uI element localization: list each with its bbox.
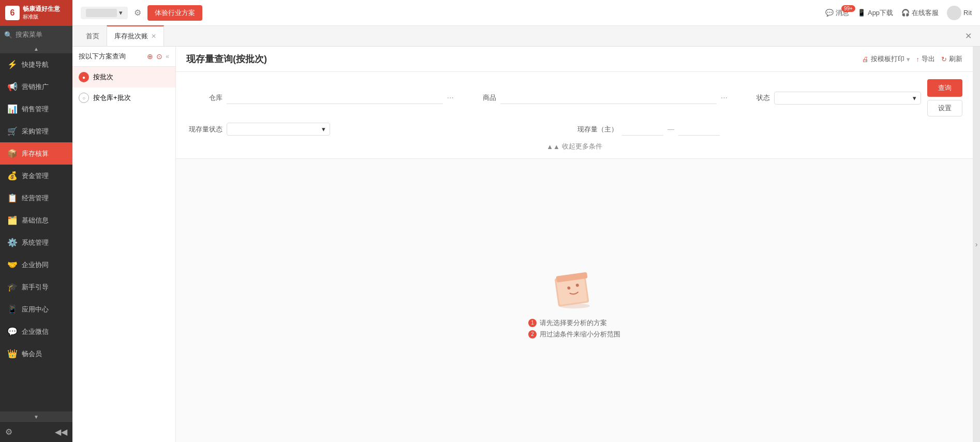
topbar-selector[interactable]: ▾ bbox=[81, 7, 128, 19]
message-button[interactable]: 💬 消息 99+ bbox=[825, 8, 849, 18]
collapse-panel-icon[interactable]: « bbox=[166, 53, 169, 60]
sidebar-search[interactable]: 🔍 搜索菜单 bbox=[0, 26, 72, 43]
empty-tips: 1 请先选择要分析的方案 2 用过滤条件来缩小分析范围 bbox=[528, 318, 620, 341]
print-dropdown-icon[interactable]: ▾ bbox=[907, 55, 910, 63]
goods-label: 商品 bbox=[460, 93, 496, 102]
query-button[interactable]: 查询 bbox=[927, 79, 962, 97]
online-service-button[interactable]: 🎧 在线客服 bbox=[901, 8, 939, 18]
sidebar-item-label: 库存核算 bbox=[22, 149, 49, 158]
goods-more-icon[interactable]: ··· bbox=[721, 93, 727, 102]
headset-icon: 🎧 bbox=[901, 9, 910, 17]
sidebar-item-sales[interactable]: 📊 销售管理 bbox=[0, 98, 72, 120]
sidebar-item-label: 基础信息 bbox=[22, 216, 49, 225]
sales-icon: 📊 bbox=[7, 104, 18, 114]
sidebar-item-marketing[interactable]: 📢 营销推广 bbox=[0, 76, 72, 98]
refresh-icon: ↻ bbox=[941, 55, 947, 63]
settings-button[interactable]: 设置 bbox=[927, 100, 962, 116]
collapse-filters-button[interactable]: ▲▲ 收起更多条件 bbox=[186, 142, 962, 151]
right-sidebar-toggle[interactable]: › bbox=[973, 47, 980, 442]
collapse-up-icon: ▲▲ bbox=[546, 143, 560, 151]
add-scheme-button[interactable]: ⊕ bbox=[147, 52, 153, 61]
empty-state: 1 请先选择要分析的方案 2 用过滤条件来缩小分析范围 bbox=[528, 260, 620, 341]
sidebar-item-label: 经营管理 bbox=[22, 194, 49, 203]
sidebar-item-label: 采购管理 bbox=[22, 127, 49, 136]
stock-status-chevron-icon: ▾ bbox=[322, 125, 325, 133]
phone-icon: 📱 bbox=[857, 9, 866, 17]
sidebar-item-newbie[interactable]: 🎓 新手引导 bbox=[0, 276, 72, 298]
newbie-icon: 🎓 bbox=[7, 282, 18, 292]
empty-icon bbox=[548, 260, 600, 312]
sidebar-item-apps[interactable]: 📱 应用中心 bbox=[0, 298, 72, 320]
right-panel: 现存量查询(按批次) 🖨 按模板打印 ▾ ↑ 导出 ↻ 刷新 bbox=[176, 47, 973, 442]
sidebar-item-member[interactable]: 👑 畅会员 bbox=[0, 343, 72, 365]
scheme-item-by-batch[interactable]: ● 按批次 bbox=[72, 67, 175, 87]
sidebar-item-label: 快捷导航 bbox=[22, 60, 49, 69]
tab-batch-account-label: 库存批次账 bbox=[114, 32, 148, 41]
export-button[interactable]: ↑ 导出 bbox=[916, 54, 936, 64]
topbar-left: ▾ ⚙ 体验行业方案 bbox=[81, 5, 202, 21]
filter-area: 仓库 ··· 商品 ··· 状态 ▾ bbox=[176, 72, 973, 159]
sidebar-item-label: 企业微信 bbox=[22, 327, 49, 336]
scheme-settings-icon[interactable]: ⊙ bbox=[156, 52, 162, 61]
warehouse-input[interactable] bbox=[227, 92, 443, 104]
try-industry-button[interactable]: 体验行业方案 bbox=[147, 5, 202, 21]
status-select[interactable]: ▾ bbox=[774, 92, 921, 105]
sidebar-item-label: 企业协同 bbox=[22, 260, 49, 270]
collapse-sidebar-icon[interactable]: ◀◀ bbox=[55, 427, 67, 437]
tab-close-icon[interactable]: ✕ bbox=[151, 33, 156, 40]
user-menu[interactable]: Rit bbox=[947, 6, 972, 20]
topbar-right: 💬 消息 99+ 📱 App下载 🎧 在线客服 Rit bbox=[825, 6, 972, 20]
sidebar-item-label: 畅会员 bbox=[22, 349, 42, 359]
sidebar-item-purchase[interactable]: 🛒 采购管理 bbox=[0, 120, 72, 142]
checkmark-icon: ● bbox=[82, 75, 85, 80]
tab-close-right-button[interactable]: ✕ bbox=[963, 29, 974, 43]
stock-amount-min[interactable] bbox=[622, 123, 663, 136]
sidebar-item-inventory[interactable]: 📦 库存核算 bbox=[0, 142, 72, 165]
main-area: ▾ ⚙ 体验行业方案 💬 消息 99+ 📱 App下载 🎧 在线客服 Rit bbox=[72, 0, 980, 442]
sidebar-item-operation[interactable]: 📋 经营管理 bbox=[0, 187, 72, 209]
sidebar-item-quick-nav[interactable]: ⚡ 快捷导航 bbox=[0, 53, 72, 76]
data-area: 1 请先选择要分析的方案 2 用过滤条件来缩小分析范围 bbox=[176, 159, 973, 442]
page-header: 现存量查询(按批次) 🖨 按模板打印 ▾ ↑ 导出 ↻ 刷新 bbox=[176, 47, 973, 72]
scroll-down-btn[interactable]: ▼ bbox=[0, 411, 72, 421]
selector-text bbox=[86, 9, 117, 17]
sidebar-item-corp[interactable]: 🤝 企业协同 bbox=[0, 254, 72, 276]
sidebar-item-label: 新手引导 bbox=[22, 283, 49, 292]
message-icon: 💬 bbox=[825, 9, 834, 17]
empty-tip-2: 2 用过滤条件来缩小分析范围 bbox=[528, 330, 620, 339]
settings-icon[interactable]: ⚙ bbox=[5, 427, 12, 437]
stock-amount-max[interactable] bbox=[678, 123, 720, 136]
stock-status-label: 现存量状态 bbox=[186, 125, 222, 134]
status-chevron-icon: ▾ bbox=[913, 94, 916, 102]
tab-batch-account[interactable]: 库存批次账 ✕ bbox=[107, 25, 164, 46]
app-edition: 标准版 bbox=[23, 13, 60, 21]
sidebar-item-wechat[interactable]: 💬 企业微信 bbox=[0, 320, 72, 343]
topbar-gear-icon[interactable]: ⚙ bbox=[134, 8, 141, 18]
tab-home[interactable]: 首页 bbox=[79, 26, 107, 46]
filter-status: 状态 ▾ bbox=[734, 92, 921, 105]
app-company: 畅康通好生意 bbox=[23, 5, 60, 13]
tip-text-2: 用过滤条件来缩小分析范围 bbox=[540, 330, 620, 339]
refresh-button[interactable]: ↻ 刷新 bbox=[941, 54, 962, 64]
print-button[interactable]: 🖨 按模板打印 ▾ bbox=[862, 54, 910, 64]
export-label: 导出 bbox=[922, 54, 935, 64]
sidebar-item-finance[interactable]: 💰 资金管理 bbox=[0, 165, 72, 187]
scheme-active-icon: ● bbox=[79, 72, 89, 82]
wechat-icon: 💬 bbox=[7, 327, 18, 336]
operation-icon: 📋 bbox=[7, 193, 18, 203]
filter-stock-status: 现存量状态 ▾ bbox=[186, 123, 571, 136]
tab-home-label: 首页 bbox=[86, 32, 99, 41]
app-download-label: App下载 bbox=[868, 8, 893, 18]
goods-input[interactable] bbox=[500, 92, 717, 104]
purchase-icon: 🛒 bbox=[7, 126, 18, 136]
app-download-button[interactable]: 📱 App下载 bbox=[857, 8, 893, 18]
scheme-inactive-icon: ○ bbox=[79, 93, 89, 103]
sidebar-item-basic[interactable]: 🗂️ 基础信息 bbox=[0, 209, 72, 231]
warehouse-more-icon[interactable]: ··· bbox=[447, 93, 454, 102]
scheme-item-by-warehouse-batch[interactable]: ○ 按仓库+批次 bbox=[72, 87, 175, 108]
app-info: 畅康通好生意 标准版 bbox=[23, 5, 60, 21]
sidebar-item-system[interactable]: ⚙️ 系统管理 bbox=[0, 231, 72, 254]
scroll-up-btn[interactable]: ▲ bbox=[0, 43, 72, 53]
print-label: 按模板打印 bbox=[871, 54, 904, 64]
stock-status-select[interactable]: ▾ bbox=[227, 123, 330, 136]
